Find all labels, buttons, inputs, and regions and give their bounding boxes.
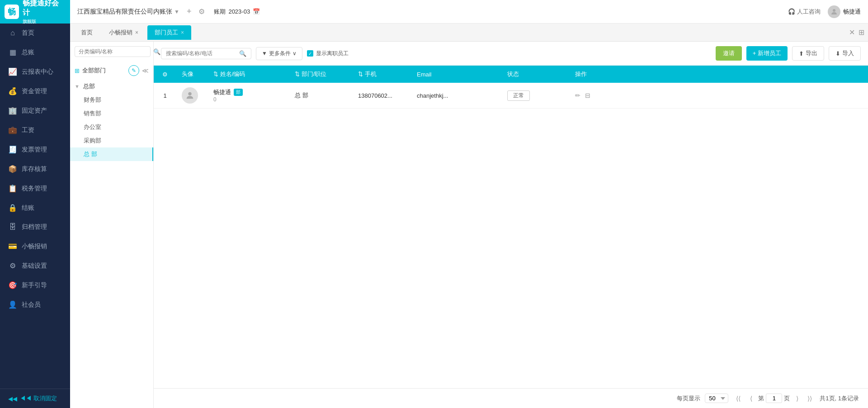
dept-purchase-label: 采购部 — [84, 137, 101, 144]
tab-home[interactable]: 首页 — [74, 25, 100, 40]
employee-search-input[interactable] — [166, 50, 236, 57]
sidebar-label-assets: 固定资产 — [22, 107, 47, 115]
tax-icon: 📋 — [8, 184, 17, 193]
window-expand-icon[interactable]: ⊞ — [859, 28, 864, 37]
user-menu[interactable]: 畅捷通 — [828, 5, 861, 18]
action-icons: ✏ ⊟ — [575, 92, 863, 99]
calendar-icon[interactable]: 📅 — [253, 8, 260, 15]
tab-department-close[interactable]: × — [181, 29, 184, 36]
filter-button[interactable]: ▼ 更多条件 ∨ — [256, 47, 302, 60]
assets-icon: 🏢 — [8, 106, 17, 115]
topbar-right: 🎧 人工咨询 畅捷通 — [788, 5, 861, 18]
import-label: 导入 — [842, 49, 854, 57]
dept-office-label: 办公室 — [84, 123, 101, 130]
sidebar-item-wages[interactable]: 💼 工资 — [0, 120, 70, 140]
show-resigned-toggle[interactable]: ✓ 显示离职员工 — [307, 50, 349, 57]
sidebar-label-archive: 归档管理 — [22, 223, 47, 231]
last-page-button[interactable]: ⟩⟩ — [804, 393, 815, 404]
sidebar-item-account[interactable]: 👤 社会员 — [0, 295, 70, 314]
col-status: 状态 — [502, 66, 570, 83]
cell-actions: ✏ ⊟ — [570, 83, 868, 109]
wages-icon: 💼 — [8, 126, 17, 134]
cell-phone: 138070602... — [353, 83, 411, 109]
dept-parent-item[interactable]: ▼ 总部 — [70, 80, 153, 93]
dept-collapse-icon[interactable]: ≪ — [142, 67, 149, 74]
page-number-input[interactable] — [766, 394, 782, 403]
prev-page-button[interactable]: ⟨ — [745, 393, 756, 404]
edit-icon[interactable]: ✏ — [575, 92, 580, 99]
dept-child-purchase[interactable]: 采购部 — [70, 134, 153, 147]
home-icon: ⌂ — [8, 29, 17, 37]
sidebar-item-archive[interactable]: 🗄 归档管理 — [0, 218, 70, 237]
tab-expense[interactable]: 小畅报销 × — [102, 25, 146, 40]
company-settings-icon[interactable]: ⚙ — [198, 7, 205, 16]
employee-toolbar: 🔍 ▼ 更多条件 ∨ ✓ 显示离职员工 邀请 + 新增员工 ⬆ 导出 — [154, 42, 868, 66]
filter-icon: ▼ — [262, 50, 267, 57]
sidebar-item-tax[interactable]: 📋 税务管理 — [0, 179, 70, 198]
sidebar-item-invoice[interactable]: 🧾 发票管理 — [0, 140, 70, 159]
import-button[interactable]: ⬇ 导入 — [829, 46, 861, 61]
company-dropdown-icon: ▼ — [174, 9, 179, 15]
page-word: 第 — [758, 394, 764, 403]
ledger-icon: ▦ — [8, 48, 17, 57]
support-button[interactable]: 🎧 人工咨询 — [788, 8, 821, 16]
pagination: 每页显示 50 10 20 100 ⟨⟨ ⟨ 第 页 ⟩ ⟩⟩ — [154, 388, 868, 408]
next-page-button[interactable]: ⟩ — [792, 393, 802, 404]
dept-child-general[interactable]: 总 部 — [70, 147, 153, 161]
page-total: 共1页, 1条记录 — [820, 394, 859, 403]
sidebar-item-home[interactable]: ⌂ 首页 — [0, 24, 70, 43]
sidebar-item-inventory[interactable]: 📦 库存核算 — [0, 159, 70, 179]
sort-icon-name: ⇅ — [213, 71, 218, 77]
sidebar-label-expense: 小畅报销 — [22, 242, 47, 251]
filter-chevron-icon: ∨ — [292, 50, 297, 57]
dept-search-input[interactable] — [75, 46, 151, 57]
svg-point-1 — [188, 92, 191, 95]
cancel-fixed-label: ◀◀ 取消固定 — [20, 394, 57, 403]
sidebar-item-expense[interactable]: 💳 小畅报销 — [0, 237, 70, 256]
dept-child-sales[interactable]: 销售部 — [70, 107, 153, 120]
sidebar-item-guide[interactable]: 🎯 新手引导 — [0, 275, 70, 295]
dept-tree: ▼ 总部 财务部 销售部 办公室 采购部 总 部 — [70, 80, 153, 408]
first-page-button[interactable]: ⟨⟨ — [733, 393, 744, 404]
cell-dept: 总 部 — [289, 83, 353, 109]
col-name-code[interactable]: ⇅ 姓名/编码 — [208, 66, 289, 83]
tab-expense-close[interactable]: × — [135, 29, 138, 36]
invite-button[interactable]: 邀请 — [716, 46, 742, 61]
sidebar-item-closing[interactable]: 🔒 结账 — [0, 198, 70, 218]
account-icon: 👤 — [8, 300, 17, 309]
col-actions: 操作 — [570, 66, 868, 83]
page-size-select[interactable]: 50 10 20 100 — [705, 394, 728, 403]
export-icon: ⬆ — [799, 50, 804, 57]
col-email: Email — [411, 66, 502, 83]
export-button[interactable]: ⬆ 导出 — [792, 46, 824, 61]
window-close-icon[interactable]: ✕ — [849, 28, 855, 37]
employee-search-icon[interactable]: 🔍 — [239, 50, 246, 57]
toolbar-right: 邀请 + 新增员工 ⬆ 导出 ⬇ 导入 — [716, 46, 861, 61]
expense-icon: 💳 — [8, 242, 17, 251]
sidebar-item-assets[interactable]: 🏢 固定资产 — [0, 101, 70, 120]
dept-edit-button[interactable]: ✎ — [128, 65, 139, 76]
sidebar-item-ledger[interactable]: ▦ 总账 — [0, 43, 70, 62]
dept-child-finance[interactable]: 财务部 — [70, 93, 153, 107]
cancel-fixed-button[interactable]: ◀◀ ◀◀ 取消固定 — [0, 389, 70, 408]
topbar: 江西服宝精品有限责任公司内账张 ▼ + ⚙ 账期 2023-03 📅 🎧 人工咨… — [70, 0, 868, 24]
dept-child-office[interactable]: 办公室 — [70, 120, 153, 134]
company-selector[interactable]: 江西服宝精品有限责任公司内账张 ▼ — [77, 8, 179, 16]
add-employee-button[interactable]: + 新增员工 — [746, 46, 788, 61]
sidebar-item-settings[interactable]: ⚙ 基础设置 — [0, 256, 70, 275]
sidebar-item-reports[interactable]: 📈 云报表中心 — [0, 62, 70, 81]
tab-department[interactable]: 部门员工 × — [147, 25, 191, 40]
sidebar-item-funds[interactable]: 💰 资金管理 — [0, 81, 70, 101]
settings-icon: ⚙ — [8, 261, 17, 270]
col-phone[interactable]: ⇅ 手机 — [353, 66, 411, 83]
sort-icon-phone: ⇅ — [358, 71, 363, 77]
tab-department-label: 部门员工 — [155, 28, 178, 37]
leave-icon[interactable]: ⊟ — [585, 92, 590, 99]
dept-header: ⊞ 全部部门 ✎ ≪ — [70, 62, 153, 80]
add-company-button[interactable]: + — [185, 7, 193, 16]
sidebar-logo: 畅 畅捷通好会计 旗舰版 — [0, 0, 70, 24]
inventory-icon: 📦 — [8, 165, 17, 173]
dept-panel: 🔍 ⊞ 全部部门 ✎ ≪ ▼ 总部 财务部 销售部 — [70, 42, 154, 408]
col-dept-role[interactable]: ⇅ 部门/职位 — [289, 66, 353, 83]
guide-icon: 🎯 — [8, 281, 17, 289]
